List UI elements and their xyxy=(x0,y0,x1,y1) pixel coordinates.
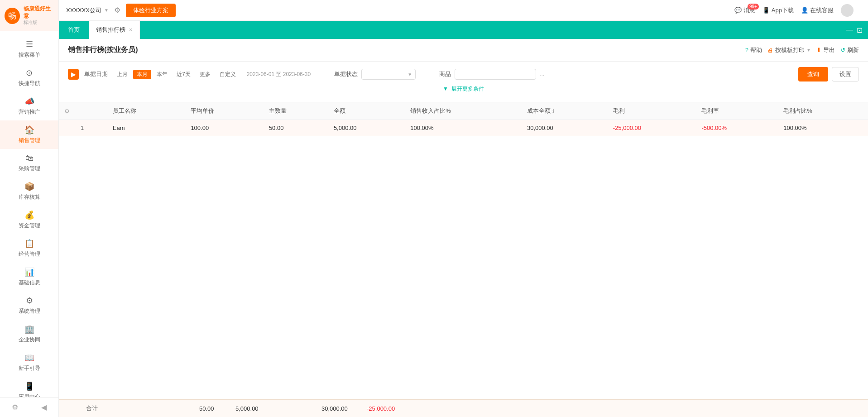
sidebar-item-label: 系统管理 xyxy=(19,307,40,315)
column-avg-price: 平均单价 xyxy=(185,102,264,120)
sidebar-item-system[interactable]: ⚙ 系统管理 xyxy=(0,291,58,320)
sidebar-item-nav[interactable]: ⊙ 快捷导航 xyxy=(0,63,58,92)
sidebar-item-label: 应用中心 xyxy=(19,393,40,397)
help-label: 帮助 xyxy=(750,46,762,54)
cell-gear xyxy=(59,120,75,136)
sidebar-item-label: 新手引导 xyxy=(19,364,40,372)
help-button[interactable]: ? 帮助 xyxy=(745,46,762,54)
goods-filter: 商品 ... xyxy=(439,69,544,80)
sidebar-footer: ⚙ ◀ xyxy=(0,397,58,417)
cell-amount: 5,000.00 xyxy=(328,120,405,136)
sidebar-item-basic[interactable]: 📊 基础信息 xyxy=(0,263,58,291)
sidebar-item-label: 采购管理 xyxy=(19,165,40,173)
expand-more-conditions[interactable]: ▼ 展开更多条件 xyxy=(68,81,859,96)
sidebar-nav: ☰ 搜索菜单 ⊙ 快捷导航 📣 营销推广 🏠 销售管理 🛍 采购管理 📦 库存核… xyxy=(0,31,58,397)
goods-filter-label: 商品 xyxy=(439,70,451,78)
goods-input[interactable] xyxy=(455,69,536,80)
status-select[interactable] xyxy=(361,69,416,80)
sidebar-item-finance[interactable]: 💰 资金管理 xyxy=(0,206,58,234)
sidebar-item-search[interactable]: ☰ 搜索菜单 xyxy=(0,35,58,63)
sidebar-collapse-button[interactable]: ◀ xyxy=(41,403,47,412)
tab-bar: 首页 销售排行榜 × — ⊡ xyxy=(59,21,868,39)
export-label: 导出 xyxy=(823,46,835,54)
sidebar-item-inventory[interactable]: 📦 库存核算 xyxy=(0,177,58,206)
cost-info-icon: ℹ xyxy=(552,108,554,114)
sidebar: 畅 畅康通好生意 标准版 ☰ 搜索菜单 ⊙ 快捷导航 📣 营销推广 🏠 销售管理… xyxy=(0,0,59,417)
main-content: XXXXXX公司 ▼ ⚙ 体验行业方案 💬 消息 99+ 📱 App下载 👤 在… xyxy=(59,0,868,417)
footer-label: 合计 xyxy=(81,404,103,412)
topbar-gear-icon[interactable]: ⚙ xyxy=(114,6,120,14)
date-opt-last7[interactable]: 近7天 xyxy=(173,70,194,79)
cell-gross-rate: -500.00% xyxy=(696,120,778,136)
tab-home[interactable]: 首页 xyxy=(59,21,89,39)
cell-avg-price: 100.00 xyxy=(185,120,264,136)
cell-rank: 1 xyxy=(75,120,107,136)
query-button[interactable]: 查询 xyxy=(798,67,828,81)
sidebar-item-marketing[interactable]: 📣 营销推广 xyxy=(0,92,58,120)
print-dropdown-icon[interactable]: ▼ xyxy=(806,48,811,53)
column-gross-pct: 毛利占比% xyxy=(778,102,868,120)
date-range-display: 2023-06-01 至 2023-06-30 xyxy=(247,71,311,78)
date-opt-current-month[interactable]: 本月 xyxy=(133,70,151,79)
column-gross-rate: 毛利率 xyxy=(696,102,778,120)
tab-sales-ranking[interactable]: 销售排行榜 × xyxy=(89,21,140,39)
sidebar-item-label: 经营管理 xyxy=(19,250,40,258)
footer-gross: -25,000.00 xyxy=(361,405,400,412)
table-header-row: ⚙ 员工名称 平均单价 主数量 全额 xyxy=(59,102,868,120)
tab-close-icon[interactable]: × xyxy=(129,27,132,33)
status-select-wrapper: ▼ xyxy=(361,69,416,80)
basic-icon: 📊 xyxy=(24,267,34,277)
goods-more-icon[interactable]: ... xyxy=(540,71,544,77)
message-button[interactable]: 💬 消息 99+ xyxy=(734,6,755,14)
date-opt-current-year[interactable]: 本年 xyxy=(153,70,171,79)
minimize-icon[interactable]: — xyxy=(846,26,853,34)
print-button[interactable]: 🖨 按模板打印 ▼ xyxy=(767,46,811,54)
date-filter-label: 单据日期 xyxy=(84,70,108,78)
filter-buttons: 查询 设置 xyxy=(798,67,859,81)
sidebar-item-label: 基础信息 xyxy=(19,279,40,287)
refresh-label: 刷新 xyxy=(847,46,859,54)
sidebar-settings-button[interactable]: ⚙ xyxy=(12,403,18,412)
date-opt-more[interactable]: 更多 xyxy=(196,70,214,79)
sidebar-item-purchase[interactable]: 🛍 采购管理 xyxy=(0,149,58,177)
column-settings-icon[interactable]: ⚙ xyxy=(64,108,70,115)
expand-icon: ▼ xyxy=(443,86,448,92)
column-gross: 毛利 xyxy=(608,102,696,120)
company-selector[interactable]: XXXXXX公司 ▼ xyxy=(66,6,109,14)
page-header: 销售排行榜(按业务员) ? 帮助 🖨 按模板打印 ▼ ⬇ 导出 ↺ 刷新 xyxy=(59,39,868,62)
sidebar-item-corp[interactable]: 🏢 企业协同 xyxy=(0,320,58,348)
refresh-button[interactable]: ↺ 刷新 xyxy=(840,46,859,54)
sidebar-item-guide[interactable]: 📖 新手引导 xyxy=(0,348,58,377)
finance-icon: 💰 xyxy=(24,210,34,220)
expand-label: 展开更多条件 xyxy=(451,86,484,92)
trial-button[interactable]: 体验行业方案 xyxy=(126,4,176,17)
sidebar-item-label: 搜索菜单 xyxy=(19,51,40,59)
data-table: ⚙ 员工名称 平均单价 主数量 全额 xyxy=(59,102,868,136)
topbar-right: 💬 消息 99+ 📱 App下载 👤 在线客服 xyxy=(734,4,861,17)
app-label: App下载 xyxy=(772,6,794,14)
column-cost: 成本全额 ℹ xyxy=(522,102,608,120)
sidebar-item-label: 企业协同 xyxy=(19,336,40,344)
search-menu-icon: ☰ xyxy=(26,39,33,49)
app-logo: 畅 畅康通好生意 标准版 xyxy=(0,0,58,31)
avatar[interactable] xyxy=(841,4,854,17)
date-opt-custom[interactable]: 自定义 xyxy=(216,70,240,79)
online-service-button[interactable]: 👤 在线客服 xyxy=(801,6,834,14)
column-amount: 全额 xyxy=(328,102,405,120)
tab-label: 销售排行榜 xyxy=(96,26,125,34)
table-row: 1 Eam 100.00 50.00 5,000.00 100.00% 30,0… xyxy=(59,120,868,136)
date-opt-last-month[interactable]: 上月 xyxy=(113,70,131,79)
filter-expand-button[interactable]: ▶ xyxy=(68,69,79,80)
sidebar-item-label: 快捷导航 xyxy=(19,80,40,87)
maximize-icon[interactable]: ⊡ xyxy=(857,26,863,34)
sidebar-item-apps[interactable]: 📱 应用中心 xyxy=(0,377,58,397)
refresh-icon: ↺ xyxy=(840,47,845,53)
sidebar-item-sales[interactable]: 🏠 销售管理 xyxy=(0,120,58,149)
sidebar-item-operations[interactable]: 📋 经营管理 xyxy=(0,234,58,263)
service-label: 在线客服 xyxy=(810,6,834,14)
print-icon: 🖨 xyxy=(767,47,773,53)
settings-button[interactable]: 设置 xyxy=(832,67,859,81)
cell-cost: 30,000.00 xyxy=(522,120,608,136)
export-button[interactable]: ⬇ 导出 xyxy=(816,46,835,54)
app-download-button[interactable]: 📱 App下载 xyxy=(762,6,794,14)
